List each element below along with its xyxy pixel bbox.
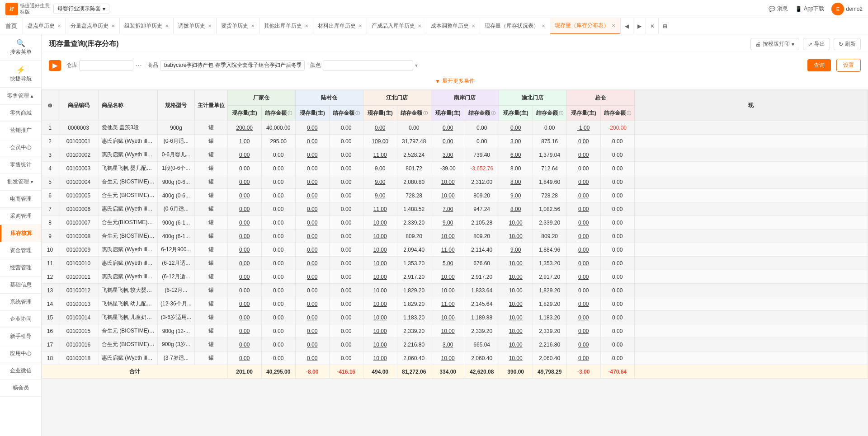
row-nb-qty[interactable]: 0.00 xyxy=(431,135,465,148)
row-jb-qty[interactable]: 10.00 xyxy=(363,216,397,230)
row-t-qty[interactable]: 0.00 xyxy=(566,270,600,284)
row-nb-qty[interactable]: 5.00 xyxy=(431,257,465,270)
row-f-qty[interactable]: 0.00 xyxy=(227,352,261,365)
sidebar-item-collab[interactable]: 企业协同 xyxy=(0,311,41,328)
row-nb-qty[interactable]: 0.00 xyxy=(431,121,465,135)
row-f-qty[interactable]: 0.00 xyxy=(227,297,261,311)
row-l-qty[interactable]: 0.00 xyxy=(295,121,329,135)
row-t-qty[interactable]: 0.00 xyxy=(566,148,600,162)
row-l-qty[interactable]: 0.00 xyxy=(295,135,329,148)
tab-prev-btn[interactable]: ◀ xyxy=(620,18,633,34)
row-f-qty[interactable]: 0.00 xyxy=(227,338,261,352)
row-t-qty[interactable]: 0.00 xyxy=(566,297,600,311)
tab-close-icon[interactable]: ✕ xyxy=(208,23,212,28)
row-t-qty[interactable]: 0.00 xyxy=(566,243,600,257)
row-yb-qty[interactable]: 8.00 xyxy=(499,202,533,216)
row-nb-qty[interactable]: 10.00 xyxy=(431,189,465,202)
row-l-qty[interactable]: 0.00 xyxy=(295,202,329,216)
row-t-qty[interactable]: 0.00 xyxy=(566,324,600,338)
row-l-qty[interactable]: 0.00 xyxy=(295,162,329,175)
row-nb-qty[interactable]: 11.00 xyxy=(431,297,465,311)
row-f-qty[interactable]: 0.00 xyxy=(227,189,261,202)
info-icon[interactable]: ⓘ xyxy=(423,111,428,116)
tab-close-icon[interactable]: ✕ xyxy=(57,23,61,28)
sidebar-item-search[interactable]: 🔍 搜索英单 xyxy=(0,34,41,61)
tab-item[interactable]: 调拨单历史 ✕ xyxy=(174,18,217,34)
row-f-qty[interactable]: 0.00 xyxy=(227,230,261,243)
row-jb-qty[interactable]: 10.00 xyxy=(363,270,397,284)
warehouse-more-icon[interactable]: ··· xyxy=(135,61,142,70)
row-f-qty[interactable]: 0.00 xyxy=(227,284,261,297)
tab-item[interactable]: 材料出库单历史 ✕ xyxy=(313,18,367,34)
row-nb-qty[interactable]: 10.00 xyxy=(431,324,465,338)
message-button[interactable]: 💬 消息 xyxy=(769,5,788,13)
product-input[interactable] xyxy=(160,60,305,71)
tab-close-icon[interactable]: ✕ xyxy=(472,23,475,28)
row-t-qty[interactable]: 0.00 xyxy=(566,189,600,202)
row-f-qty[interactable]: 0.00 xyxy=(227,257,261,270)
row-l-qty[interactable]: 0.00 xyxy=(295,243,329,257)
row-nb-qty[interactable]: -39.00 xyxy=(431,162,465,175)
row-nb-qty[interactable]: 7.00 xyxy=(431,202,465,216)
row-nb-qty[interactable]: 3.00 xyxy=(431,148,465,162)
row-nb-qty[interactable]: 10.00 xyxy=(431,284,465,297)
expand-conditions-btn[interactable]: ▼ 展开更多条件 xyxy=(435,77,475,85)
row-f-qty[interactable]: 0.00 xyxy=(227,162,261,175)
sidebar-item-members[interactable]: 会员中心 xyxy=(0,139,41,156)
col-settings[interactable]: ⚙ xyxy=(42,90,58,121)
sidebar-item-marketing[interactable]: 营销推广 xyxy=(0,122,41,139)
settings-button[interactable]: 设置 xyxy=(836,59,861,72)
tab-item-active[interactable]: 现存量（库存分布表） ✕ xyxy=(550,18,620,34)
row-yb-qty[interactable]: 10.00 xyxy=(499,216,533,230)
row-t-qty[interactable]: 0.00 xyxy=(566,338,600,352)
row-l-qty[interactable]: 0.00 xyxy=(295,189,329,202)
row-yb-qty[interactable]: 10.00 xyxy=(499,230,533,243)
industry-selector[interactable]: 母婴行业演示陈套 ▾ xyxy=(53,4,109,14)
row-t-qty[interactable]: 0.00 xyxy=(566,202,600,216)
row-l-qty[interactable]: 0.00 xyxy=(295,352,329,365)
row-nb-qty[interactable]: 10.00 xyxy=(431,311,465,324)
row-t-qty[interactable]: 0.00 xyxy=(566,257,600,270)
row-l-qty[interactable]: 0.00 xyxy=(295,324,329,338)
tab-item[interactable]: 要货单历史 ✕ xyxy=(217,18,259,34)
row-t-qty[interactable]: 0.00 xyxy=(566,352,600,365)
row-yb-qty[interactable]: 0.00 xyxy=(499,121,533,135)
refresh-button[interactable]: ↻ 刷新 xyxy=(834,38,861,50)
row-t-qty[interactable]: 0.00 xyxy=(566,284,600,297)
tab-home[interactable]: 首页 xyxy=(0,18,23,34)
row-f-qty[interactable]: 0.00 xyxy=(227,148,261,162)
tab-close-icon[interactable]: ✕ xyxy=(359,23,362,28)
row-nb-qty[interactable]: 3.00 xyxy=(431,338,465,352)
info-icon[interactable]: ⓘ xyxy=(627,111,631,116)
color-input[interactable] xyxy=(323,60,413,71)
row-jb-qty[interactable]: 10.00 xyxy=(363,243,397,257)
row-yb-qty[interactable]: 3.00 xyxy=(499,135,533,148)
row-l-qty[interactable]: 0.00 xyxy=(295,230,329,243)
row-yb-qty[interactable]: 10.00 xyxy=(499,297,533,311)
row-nb-qty[interactable]: 10.00 xyxy=(431,352,465,365)
tab-next-btn[interactable]: ▶ xyxy=(633,18,646,34)
row-jb-qty[interactable]: 10.00 xyxy=(363,338,397,352)
tab-close-all-btn[interactable]: ✕ xyxy=(646,18,658,34)
row-yb-qty[interactable]: 9.00 xyxy=(499,189,533,202)
row-jb-qty[interactable]: 10.00 xyxy=(363,284,397,297)
row-f-qty[interactable]: 1.00 xyxy=(227,135,261,148)
row-yb-qty[interactable]: 8.00 xyxy=(499,162,533,175)
row-f-qty[interactable]: 0.00 xyxy=(227,175,261,189)
print-button[interactable]: 🖨 按模版打印 ▾ xyxy=(750,38,799,50)
tab-item[interactable]: 成本调整单历史 ✕ xyxy=(426,18,480,34)
row-nb-qty[interactable]: 9.00 xyxy=(431,216,465,230)
row-yb-qty[interactable]: 10.00 xyxy=(499,352,533,365)
sidebar-item-vip[interactable]: 畅会员 xyxy=(0,380,41,397)
row-jb-qty[interactable]: 10.00 xyxy=(363,324,397,338)
sidebar-item-retail-stats[interactable]: 零售统计 xyxy=(0,156,41,173)
row-f-qty[interactable]: 0.00 xyxy=(227,202,261,216)
row-yb-qty[interactable]: 10.00 xyxy=(499,338,533,352)
row-l-qty[interactable]: 0.00 xyxy=(295,297,329,311)
row-jb-qty[interactable]: 9.00 xyxy=(363,175,397,189)
tab-close-icon[interactable]: ✕ xyxy=(418,23,421,28)
row-l-qty[interactable]: 0.00 xyxy=(295,175,329,189)
tab-close-icon[interactable]: ✕ xyxy=(542,23,545,28)
sidebar-item-inventory[interactable]: 库存核算 xyxy=(0,225,41,242)
row-l-qty[interactable]: 0.00 xyxy=(295,311,329,324)
